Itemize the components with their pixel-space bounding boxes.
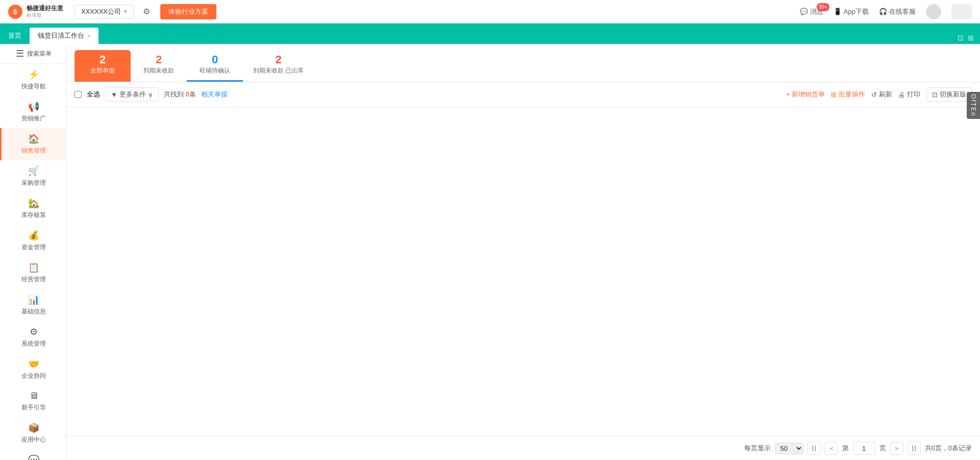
stats-tabs: 2 全部单据 2 到期未收款 0 旺辅待确认 2 到期未收款 已出库 [66,44,980,82]
app-download-item[interactable]: 📱 App下载 [834,7,869,16]
filter-button[interactable]: ▼ 更多条件 ∨ [105,87,159,102]
funds-icon: 💰 [28,230,39,241]
settings-button[interactable]: ⚙ [139,4,154,19]
page-input[interactable] [853,442,875,455]
sidebar-item-funds[interactable]: 💰 资金管理 [0,225,66,257]
sidebar-item-wechat[interactable]: 💬 企业微信 [0,449,66,460]
purchase-icon: 🛒 [28,165,39,177]
header-right: 💬 消息 99+ 📱 App下载 🎧 在线客服 [800,4,972,19]
logo-area: 6 畅捷通好生意 标准版 [8,5,75,19]
sidebar-item-marketing[interactable]: 📢 营销推广 [0,96,66,128]
tab-workbench-label: 钱货日清工作台 [38,31,84,40]
basics-icon: 📊 [28,294,39,305]
search-menu-label: 搜索菜单 [27,50,52,58]
sales-label: 销售管理 [21,147,46,155]
tab-work-bench[interactable]: 钱货日清工作台 × [30,28,99,44]
sidebar-item-operations[interactable]: 📋 经营管理 [0,257,66,289]
print-button[interactable]: 🖨 打印 [898,90,920,99]
main-layout: ☰ 搜索菜单 ⚡ 快捷导航 📢 营销推广 🏠 销售管理 🛒 采购管理 🏡 库存核… [0,44,980,460]
messages-badge: 99+ [817,3,829,11]
operations-icon: 📋 [28,262,39,273]
stat-tab-overdue-unshipped[interactable]: 2 到期未收款 已出库 [243,50,314,82]
page-size-select[interactable]: 50 20 100 [775,443,803,454]
stat-all-number: 2 [100,54,106,65]
tab-minimize-icon[interactable]: ⊡ [958,34,964,42]
sidebar-item-basics[interactable]: 📊 基础信息 [0,289,66,321]
tab-bar-actions: ⊡ ⊞ [951,34,980,44]
content-area: 2 全部单据 2 到期未收款 0 旺辅待确认 2 到期未收款 已出库 全选 [66,44,980,460]
batch-operation-button[interactable]: ⊞ 批量操作 [831,90,865,99]
tab-bar: 首页 钱货日清工作台 × ⊡ ⊞ [0,23,980,44]
app-center-label: 应用中心 [21,435,46,444]
print-label: 打印 [907,90,920,99]
toolbar-right: + 新增销货单 ⊞ 批量操作 ↺ 刷新 🖨 打印 ⊡ 切换新版 [786,87,972,102]
logo-icon: 6 [8,5,22,19]
tab-close-icon[interactable]: × [87,33,90,39]
guide-label: 新手引导 [21,403,46,412]
select-all-checkbox[interactable] [75,91,82,98]
system-label: 系统管理 [21,340,46,348]
stat-overdue-number: 2 [156,54,162,65]
tab-maximize-icon[interactable]: ⊞ [968,34,974,42]
sidebar-item-purchase[interactable]: 🛒 采购管理 [0,160,66,192]
prev-page-button[interactable]: ＜ [825,442,838,455]
sidebar-item-guide[interactable]: 🖥 新手引导 [0,385,66,417]
total-label: 共0页，0条记录 [925,444,972,453]
sidebar-item-app-center[interactable]: 📦 应用中心 [0,417,66,449]
batch-icon: ⊞ [831,91,837,99]
switch-label: 切换新版 [940,90,966,99]
stat-tab-wangwang[interactable]: 0 旺辅待确认 [187,50,243,82]
refresh-label: 刷新 [879,90,892,99]
search-menu-icon: ☰ [16,48,24,59]
print-icon: 🖨 [898,91,905,99]
sidebar-item-enterprise[interactable]: 🤝 企业协同 [0,353,66,385]
batch-label: 批量操作 [839,90,865,99]
stat-wangwang-label: 旺辅待确认 [200,66,230,75]
page-size-label: 每页显示 [744,444,771,453]
sidebar-item-search-menu[interactable]: ☰ 搜索菜单 [0,44,66,64]
found-text: 共找到 0条 [164,90,196,99]
stat-tab-overdue[interactable]: 2 到期未收款 [131,50,187,82]
related-bill-link[interactable]: 相关单据 [201,90,228,99]
funds-label: 资金管理 [21,243,46,252]
sidebar-item-sales[interactable]: 🏠 销售管理 [0,128,66,160]
enterprise-label: 企业协同 [21,372,46,380]
stat-tab-all[interactable]: 2 全部单据 [75,50,131,82]
table-area [66,107,980,436]
online-service-item[interactable]: 🎧 在线客服 [879,7,916,16]
toolbar-left: 全选 ▼ 更多条件 ∨ 共找到 0条 相关单据 [75,87,228,102]
guide-icon: 🖥 [29,391,38,401]
often-tag[interactable]: OfTEn [967,92,980,119]
purchase-label: 采购管理 [21,179,46,187]
stat-overdue-label: 到期未收款 [143,66,174,75]
inventory-icon: 🏡 [28,198,39,209]
message-icon: 💬 [800,8,808,15]
experience-button[interactable]: 体验行业方案 [160,4,216,19]
first-page-button[interactable]: ⟨⟨ [807,442,821,455]
logo-sub: 标准版 [27,12,63,18]
sidebar-item-quick-nav[interactable]: ⚡ 快捷导航 [0,64,66,96]
stat-overdue-unshipped-number: 2 [276,54,282,65]
sidebar-item-system[interactable]: ⚙ 系统管理 [0,321,66,353]
page-end-label: 页 [879,444,886,453]
company-selector[interactable]: XXXXXX公司 ▾ [75,5,134,19]
user-avatar[interactable] [926,4,941,19]
switch-version-button[interactable]: ⊡ 切换新版 [926,87,972,102]
pagination: 每页显示 50 20 100 ⟨⟨ ＜ 第 页 ＞ ⟩⟩ 共0页，0条记录 [66,436,980,460]
add-sale-button[interactable]: + 新增销货单 [786,90,825,99]
filter-label: 更多条件 [119,90,146,99]
app-center-icon: 📦 [28,422,39,433]
operations-label: 经营管理 [21,275,46,284]
phone-icon: 📱 [834,8,842,15]
sidebar-item-inventory[interactable]: 🏡 库存核算 [0,192,66,225]
messages-item[interactable]: 💬 消息 99+ [800,7,823,16]
last-page-button[interactable]: ⟩⟩ [908,442,921,455]
next-page-button[interactable]: ＞ [890,442,903,455]
user-name-area[interactable] [951,4,972,19]
gear-icon: ⚙ [143,7,150,16]
refresh-button[interactable]: ↺ 刷新 [871,90,892,99]
basics-label: 基础信息 [21,307,46,316]
tab-home[interactable]: 首页 [0,28,30,44]
toolbar: 全选 ▼ 更多条件 ∨ 共找到 0条 相关单据 + 新增销货单 ⊞ 批量操作 [66,82,980,107]
logo-text: 畅捷通好生意 标准版 [27,5,63,18]
